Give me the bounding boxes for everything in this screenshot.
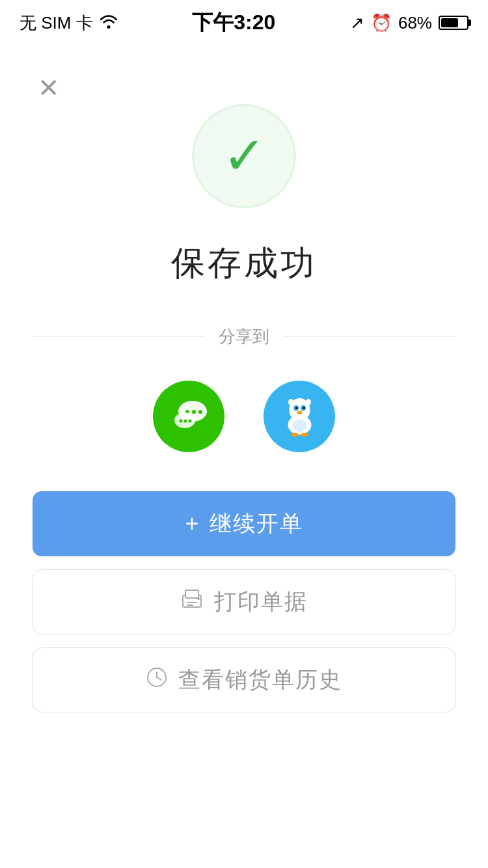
qq-share-button[interactable]: [264, 381, 335, 452]
history-icon: [146, 666, 168, 694]
svg-point-2: [192, 410, 196, 414]
svg-rect-23: [187, 604, 193, 606]
svg-point-15: [292, 419, 306, 432]
action-buttons: + 继续开单 打印单据: [33, 491, 455, 712]
divider-line-left: [33, 336, 206, 337]
svg-point-19: [306, 399, 311, 405]
status-right: ↗ ⏰ 68%: [350, 13, 468, 33]
alarm-icon: ⏰: [371, 13, 392, 33]
svg-point-6: [183, 420, 187, 423]
location-icon: ↗: [350, 13, 364, 33]
svg-point-12: [303, 407, 305, 409]
share-label: 分享到: [206, 325, 282, 348]
continue-button[interactable]: + 继续开单: [33, 491, 455, 556]
print-button[interactable]: 打印单据: [33, 569, 455, 634]
share-section: 分享到: [33, 325, 455, 452]
svg-line-27: [157, 677, 161, 680]
svg-point-3: [198, 410, 202, 414]
share-icons: [33, 381, 455, 452]
close-button[interactable]: ✕: [33, 72, 65, 104]
svg-point-10: [295, 407, 298, 409]
status-bar: 无 SIM 卡 下午3:20 ↗ ⏰ 68%: [0, 0, 488, 46]
share-divider: 分享到: [33, 325, 455, 348]
qq-icon: [282, 396, 318, 438]
svg-point-5: [179, 420, 182, 423]
history-button-label: 查看销货单历史: [178, 665, 342, 695]
success-section: ✓ 保存成功 分享到: [33, 72, 455, 712]
svg-rect-21: [185, 590, 198, 598]
battery-text: 68%: [398, 13, 432, 33]
main-content: ✕ ✓ 保存成功 分享到: [0, 46, 488, 739]
checkmark-icon: ✓: [223, 130, 266, 182]
divider-line-right: [282, 336, 455, 337]
svg-point-18: [288, 399, 293, 405]
svg-point-17: [301, 433, 308, 437]
svg-rect-22: [187, 602, 197, 603]
success-circle: ✓: [192, 104, 296, 208]
wechat-share-button[interactable]: [153, 381, 224, 452]
svg-point-16: [291, 433, 299, 437]
svg-point-24: [197, 597, 200, 600]
svg-point-7: [188, 420, 191, 423]
print-button-label: 打印单据: [214, 587, 308, 617]
success-title: 保存成功: [171, 241, 317, 286]
svg-point-13: [297, 411, 302, 414]
close-icon: ✕: [38, 75, 60, 101]
battery-fill: [441, 18, 458, 27]
status-left: 无 SIM 卡: [20, 12, 118, 34]
battery-icon: [439, 16, 468, 30]
history-button[interactable]: 查看销货单历史: [33, 647, 455, 712]
plus-icon: +: [185, 510, 198, 537]
status-time: 下午3:20: [192, 8, 275, 37]
wechat-icon: [168, 397, 210, 436]
carrier-text: 无 SIM 卡: [20, 12, 93, 34]
print-icon: [180, 589, 204, 615]
continue-button-label: 继续开单: [210, 509, 303, 539]
wifi-icon: [100, 13, 118, 33]
